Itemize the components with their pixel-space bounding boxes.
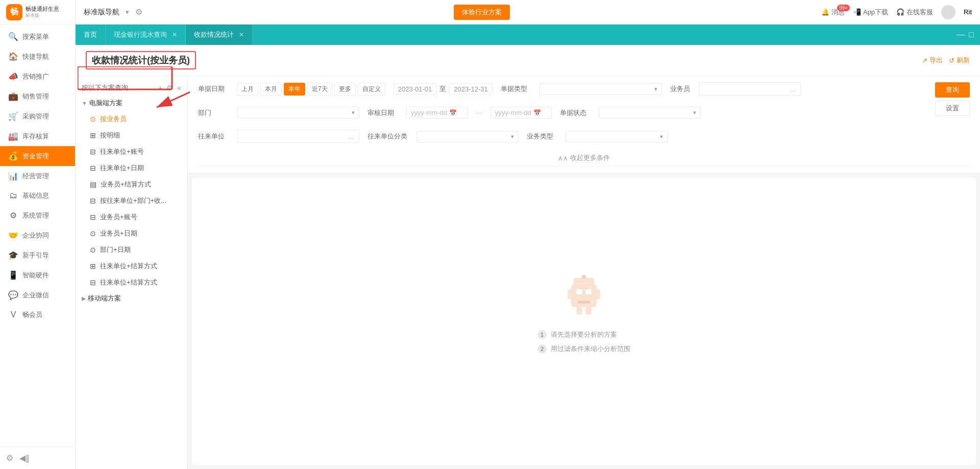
scheme-item-salesperson-date[interactable]: ⊙ 业务员+日期 [76,225,187,242]
tip-number-2: 2 [537,344,547,354]
sidebar-item-search[interactable]: 🔍 搜索菜单 [0,27,75,46]
date-to-input[interactable]: 2023-12-31 [449,83,493,95]
cart-icon: 🛒 [8,111,18,121]
scheme-item-dept-date[interactable]: ⊙ 部门+日期 [76,242,187,258]
salesperson-select[interactable]: ... [699,82,801,96]
topbar: 标准版导航 ▾ ⚙ 体验行业方案 🔔 消息 99+ 📲 App下载 🎧 在线客服… [76,0,980,25]
svg-rect-0 [571,284,597,307]
topbar-left: 标准版导航 ▾ ⚙ [84,7,142,17]
partner-category-select[interactable]: ▾ [416,131,519,143]
date-this-month[interactable]: 本月 [260,83,282,96]
scheme-item-by-salesperson[interactable]: ⊙ 按业务员 [76,111,187,127]
sidebar-item-purchase[interactable]: 🛒 采购管理 [0,106,75,126]
topbar-gear-icon[interactable]: ⚙ [135,7,142,17]
review-date-separator: — [476,109,482,116]
date-from-input[interactable]: 2023-01-01 [394,83,437,95]
date-this-year[interactable]: 本年 [284,83,305,96]
sidebar-item-sales[interactable]: 💼 销售管理 [0,86,75,106]
scheme-header-label: 按以下方案查询 [82,83,128,92]
scheme-item-icon: ⊙ [90,246,96,254]
scheme-item-icon: ⊞ [90,262,96,270]
sidebar-item-inventory[interactable]: 🏭 库存核算 [0,126,75,146]
scheme-item-partner-settle2[interactable]: ⊟ 往来单位+结算方式 [76,274,187,291]
app-download-button[interactable]: 📲 App下载 [853,8,888,17]
sidebar-item-system[interactable]: ⚙ 系统管理 [0,205,75,225]
query-button[interactable]: 查询 [935,82,970,98]
filter-row-2: 部门 ▾ 审核日期 yyyy-mm-dd 📅 — [198,107,927,119]
date-prev-month[interactable]: 上月 [237,83,258,96]
tab-label: 首页 [84,30,97,39]
scheme-add-icon[interactable]: + [158,84,162,92]
scheme-item-partner-dept-collect[interactable]: ⊟ 按往来单位+部门+收... [76,193,187,209]
tab-home[interactable]: 首页 [76,25,106,45]
tab-close-icon[interactable]: ✕ [172,31,177,38]
sidebar-item-marketing[interactable]: 📣 营销推广 [0,66,75,86]
collapse-bar[interactable]: ∧∧ 收起更多条件 [198,149,970,167]
svg-rect-1 [576,289,582,294]
megaphone-icon: 📣 [8,72,18,81]
export-button[interactable]: ↗ 导出 [922,56,943,65]
partner-select[interactable]: ... [237,130,359,143]
more-icon[interactable]: ... [790,85,796,93]
biz-type-select[interactable]: ▾ [566,131,668,143]
user-avatar[interactable] [941,5,955,19]
scheme-collapse-icon[interactable]: « [177,84,181,92]
empty-tip-2: 2 用过滤条件来缩小分析范围 [537,344,630,354]
type-select[interactable]: ▾ [540,83,662,95]
tab-collection-stats[interactable]: 收款情况统计 ✕ [186,25,253,45]
empty-tip-1: 1 请先选择要分析的方案 [537,330,630,339]
scheme-item-partner-account[interactable]: ⊟ 往来单位+账号 [76,144,187,160]
tab-label: 收款情况统计 [194,30,234,39]
scheme-group-desktop-title[interactable]: ▼ 电脑端方案 [76,96,187,111]
scheme-item-partner-date[interactable]: ⊟ 往来单位+日期 [76,160,187,176]
sidebar-item-label: 畅会员 [22,310,42,319]
maximize-button[interactable]: □ [969,30,974,39]
date-more[interactable]: 更多 [334,83,356,96]
scheme-item-partner-settle1[interactable]: ⊞ 往来单位+结算方式 [76,258,187,274]
scheme-item-salesperson-settle[interactable]: ▤ 业务员+结算方式 [76,176,187,193]
money-icon: 💰 [8,151,18,161]
sidebar-item-hardware[interactable]: 📱 智能硬件 [0,265,75,285]
chevron-down-icon: ▾ [654,86,657,92]
partner-more-icon[interactable]: ... [349,132,355,140]
settings-bottom-icon[interactable]: ⚙ [6,453,13,463]
review-date-to[interactable]: yyyy-mm-dd 📅 [491,107,552,119]
sidebar-item-label: 资金管理 [22,152,49,161]
settings-button[interactable]: 设置 [935,101,970,116]
scheme-group-mobile-title[interactable]: ▶ 移动端方案 [76,291,187,306]
page-title: 收款情况统计(按业务员) [92,55,190,65]
date-custom[interactable]: 自定义 [358,83,385,96]
chevron-down-icon[interactable]: ▾ [126,8,129,16]
sidebar-item-baseinfo[interactable]: 🗂 基础信息 [0,186,75,205]
collapse-sidebar-icon[interactable]: ◀‖ [19,453,30,463]
chat-icon: 💬 [8,290,18,300]
tab-close-icon[interactable]: ✕ [239,31,244,38]
sidebar-item-vip[interactable]: V 畅会员 [0,305,75,324]
review-date-from[interactable]: yyyy-mm-dd 📅 [406,107,468,119]
minimize-button[interactable]: — [957,30,965,39]
messages-button[interactable]: 🔔 消息 99+ [821,8,845,17]
sidebar-item-guide[interactable]: 🎓 新手引导 [0,245,75,265]
scheme-config-icon[interactable]: ⚙ [166,84,173,92]
sidebar-item-label: 新手引导 [22,251,49,260]
tabs-spacer [253,25,950,45]
sidebar-item-quicknav[interactable]: 🏠 快捷导航 [0,46,75,66]
dept-select[interactable]: ▾ [237,107,359,119]
online-service-button[interactable]: 🎧 在线客服 [896,8,933,17]
sidebar-item-collab[interactable]: 🤝 企业协同 [0,225,75,245]
refresh-button[interactable]: ↺ 刷新 [949,56,970,65]
tab-bank-flow[interactable]: 现金银行流水查询 ✕ [106,25,186,45]
sidebar-item-finance[interactable]: 💰 资金管理 [0,146,75,166]
date-7days[interactable]: 近7天 [307,83,332,96]
scheme-item-detail[interactable]: ⊞ 按明细 [76,127,187,144]
chevron-down-icon: ▾ [511,133,514,140]
logo-text: 畅捷通好生意 标准版 [26,5,59,19]
sidebar-item-wechat[interactable]: 💬 企业微信 [0,285,75,305]
doc-status-select[interactable]: ▾ [599,107,701,119]
trial-button[interactable]: 体验行业方案 [454,5,510,20]
page-title-box: 收款情况统计(按业务员) [86,51,196,69]
scheme-item-icon: ⊙ [90,115,96,123]
content-area: 单据日期 上月 本月 本年 近7天 更多 自定义 [188,76,980,469]
sidebar-item-ops[interactable]: 📊 经营管理 [0,166,75,186]
scheme-item-salesperson-account[interactable]: ⊟ 业务员+账号 [76,209,187,225]
